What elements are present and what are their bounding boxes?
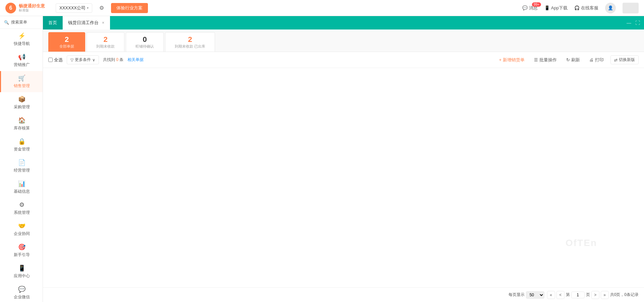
new-sale-order-button[interactable]: + 新增销货单 (496, 56, 527, 64)
page-input[interactable] (571, 292, 585, 298)
tab-bar-right: — ⛶ (623, 16, 644, 29)
active-tab-label: 钱货日清工作台 (68, 20, 99, 26)
top-header: 6 畅捷通好生意 标准版 XXXXXX公司 ▾ ⚙ 体验行业方案 💬 消息 99… (0, 0, 644, 16)
search-icon: 🔍 (4, 20, 9, 25)
company-name: XXXXXX公司 (59, 5, 86, 11)
avatar[interactable]: 👤 (605, 3, 616, 13)
trial-button[interactable]: 体验行业方案 (111, 3, 148, 13)
headset-icon: 🎧 (574, 5, 580, 10)
batch-label: 批量操作 (539, 57, 557, 63)
tab-active[interactable]: 钱货日清工作台 × (63, 16, 110, 29)
system-icon: ⚙ (19, 201, 24, 208)
inventory-icon: 🏠 (18, 117, 25, 124)
sidebar-item-purchase[interactable]: 📦 采购管理 (0, 92, 43, 113)
print-button[interactable]: 🖨 打印 (587, 56, 606, 64)
switch-icon: ⇄ (614, 58, 618, 62)
sales-icon: 🛒 (18, 74, 25, 82)
pagination: 每页显示 50 100 200 « < 第 页 > » 共0页，0条记录 (43, 287, 644, 302)
sidebar-item-label: 快捷导航 (14, 41, 30, 47)
app-download-label: App下载 (551, 5, 568, 11)
filter-button[interactable]: ▽ 更多条件 ∨ (67, 55, 99, 64)
sidebar-item-finance[interactable]: 🔒 资金管理 (0, 134, 43, 156)
stat-tab-all[interactable]: 2 全部单据 (48, 32, 85, 52)
filter-chevron-icon: ∨ (92, 58, 95, 62)
company-selector[interactable]: XXXXXX公司 ▾ (56, 3, 92, 13)
logo-title: 畅捷通好生意 (19, 3, 45, 9)
message-badge: 99+ (532, 2, 541, 7)
empty-content (43, 68, 644, 287)
filter-label: 更多条件 (75, 57, 91, 63)
sidebar-item-label: 应用中心 (14, 273, 30, 279)
first-page-button[interactable]: « (547, 291, 555, 299)
last-page-button[interactable]: » (601, 291, 609, 299)
sidebar-item-label: 经营管理 (14, 168, 30, 173)
logo-text: 畅捷通好生意 标准版 (19, 3, 45, 13)
print-label: 打印 (595, 57, 604, 63)
chevron-down-icon: ▾ (87, 6, 89, 10)
message-button[interactable]: 💬 消息 99+ (522, 5, 538, 11)
search-label: 搜索菜单 (11, 19, 27, 25)
tab-home[interactable]: 首页 (43, 16, 63, 29)
switch-new-version-button[interactable]: ⇄ 切换新版 (610, 55, 639, 64)
maximize-button[interactable]: ⛶ (635, 20, 640, 25)
sidebar-item-inventory[interactable]: 🏠 库存核算 (0, 113, 43, 134)
related-records-link[interactable]: 相关单据 (127, 57, 144, 63)
stat-count-overdue-unpaid: 2 (103, 35, 107, 44)
stat-tab-pending[interactable]: 0 旺铺待确认 (126, 32, 164, 52)
page-suffix: 页 (586, 292, 590, 298)
next-page-button[interactable]: > (591, 291, 599, 299)
app-center-icon: 📱 (18, 264, 25, 272)
select-all-label: 全选 (54, 57, 63, 63)
marketing-icon: 📢 (18, 53, 25, 61)
refresh-icon: ↻ (566, 57, 570, 62)
sidebar-search[interactable]: 🔍 搜索菜单 (0, 16, 43, 29)
page-prefix: 第 (566, 292, 570, 298)
stat-label-overdue-unshipped: 到期未收款 已出库 (175, 44, 205, 49)
sidebar-item-sales[interactable]: 🛒 销售管理 (0, 71, 43, 92)
select-all-checkbox[interactable]: 全选 (48, 57, 63, 63)
quick-nav-icon: ⚡ (18, 32, 25, 40)
sidebar-item-weixin[interactable]: 💬 企业微信 (0, 282, 43, 302)
per-page-select[interactable]: 50 100 200 (526, 291, 544, 299)
sidebar-item-label: 企业协同 (14, 231, 30, 237)
operation-icon: 📄 (18, 159, 25, 166)
stat-tab-overdue-unpaid[interactable]: 2 到期未收款 (87, 32, 124, 52)
batch-operation-button[interactable]: ☰ 批量操作 (531, 56, 559, 64)
sidebar-item-system[interactable]: ⚙ 系统管理 (0, 198, 43, 219)
content-inner: 2 全部单据 2 到期未收款 0 旺铺待确认 2 到期未收款 已出库 全选 (43, 29, 644, 302)
settings-button[interactable]: ⚙ (96, 3, 107, 13)
sidebar-item-basic-info[interactable]: 📊 基础信息 (0, 177, 43, 198)
sidebar-item-guide[interactable]: 🎯 新手引导 (0, 240, 43, 261)
select-all-input[interactable] (48, 58, 53, 62)
print-icon: 🖨 (589, 57, 594, 62)
refresh-button[interactable]: ↻ 刷新 (564, 56, 583, 64)
table-area (43, 68, 644, 287)
logo-area: 6 畅捷通好生意 标准版 (5, 3, 45, 13)
stat-count-all: 2 (65, 35, 69, 44)
stat-tab-overdue-unshipped[interactable]: 2 到期未收款 已出库 (165, 32, 215, 52)
app-download-button[interactable]: 📱 App下载 (544, 5, 568, 11)
filter-icon: ▽ (70, 58, 73, 62)
enterprise-icon: 🤝 (18, 222, 25, 230)
header-right: 💬 消息 99+ 📱 App下载 🎧 在线客服 👤 (522, 3, 639, 13)
sidebar-item-label: 营销推广 (14, 62, 30, 68)
sidebar-item-enterprise[interactable]: 🤝 企业协同 (0, 219, 43, 240)
stat-label-all: 全部单据 (59, 44, 74, 49)
page-total-label: 共0页，0条记录 (610, 292, 639, 298)
sidebar-item-quick-nav[interactable]: ⚡ 快捷导航 (0, 29, 43, 50)
sidebar-item-operation[interactable]: 📄 经营管理 (0, 156, 43, 177)
user-extra[interactable] (623, 3, 639, 13)
home-tab-label: 首页 (48, 20, 57, 26)
sidebar-item-app-center[interactable]: 📱 应用中心 (0, 261, 43, 282)
switch-label: 切换新版 (619, 57, 635, 63)
prev-page-button[interactable]: < (556, 291, 565, 299)
tab-close-icon[interactable]: × (102, 20, 104, 25)
sidebar: 🔍 搜索菜单 ⚡ 快捷导航 📢 营销推广 🛒 销售管理 📦 采购管理 🏠 库存核… (0, 16, 43, 302)
sidebar-item-marketing[interactable]: 📢 营销推广 (0, 50, 43, 71)
found-unit: 条 (119, 57, 123, 62)
minimize-button[interactable]: — (627, 20, 631, 25)
online-service-button[interactable]: 🎧 在线客服 (574, 5, 598, 11)
sidebar-item-label: 企业微信 (14, 294, 30, 300)
stat-count-pending: 0 (143, 35, 147, 44)
logo-sub: 标准版 (19, 8, 45, 12)
